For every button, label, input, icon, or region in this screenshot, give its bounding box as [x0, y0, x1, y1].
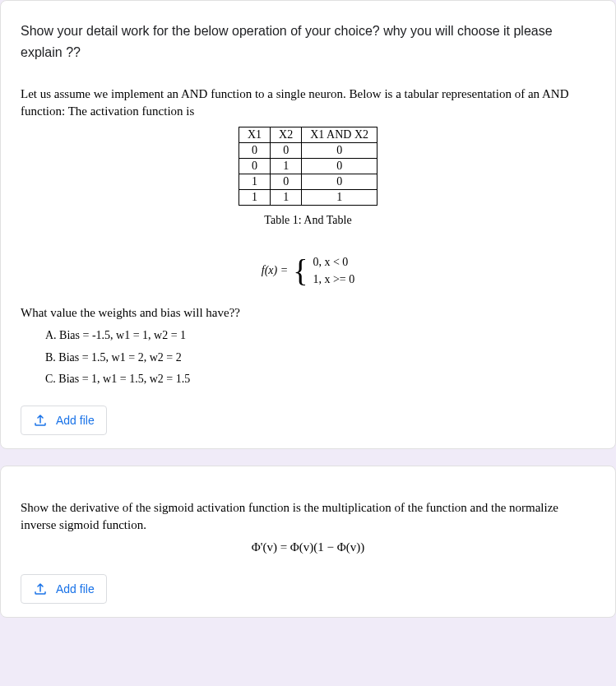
- cell: 0: [302, 174, 377, 190]
- add-file-label: Add file: [56, 414, 95, 427]
- table-caption: Table 1: And Table: [264, 214, 351, 227]
- cell: 0: [302, 143, 377, 159]
- case-line: 1, x >= 0: [313, 271, 354, 288]
- cell: 0: [239, 143, 270, 159]
- cell: 1: [302, 190, 377, 206]
- table-row: 1 1 1: [239, 190, 377, 206]
- col-header: X1: [239, 127, 270, 143]
- add-file-button[interactable]: Add file: [21, 406, 107, 435]
- option-b: B. Bias = 1.5, w1 = 2, w2 = 2: [45, 347, 595, 369]
- add-file-button[interactable]: Add file: [21, 574, 107, 604]
- table-header-row: X1 X2 X1 AND X2: [239, 127, 377, 143]
- truth-table-wrap: X1 X2 X1 AND X2 0 0 0 0 1 0 1 0 0: [21, 127, 595, 245]
- cell: 0: [271, 143, 302, 159]
- cell: 1: [239, 174, 270, 190]
- cell: 0: [271, 174, 302, 190]
- table-row: 0 0 0: [239, 143, 377, 159]
- option-a: A. Bias = -1.5, w1 = 1, w2 = 1: [45, 325, 595, 347]
- cell: 1: [271, 190, 302, 206]
- table-row: 0 1 0: [239, 159, 377, 174]
- cell: 1: [239, 190, 270, 206]
- question-title: Show your detail work for the below oper…: [21, 21, 595, 63]
- table-row: 1 0 0: [239, 174, 377, 190]
- sub-question: What value the weights and bias will hav…: [21, 306, 595, 320]
- truth-table: X1 X2 X1 AND X2 0 0 0 0 1 0 1 0 0: [239, 127, 377, 206]
- answer-options: A. Bias = -1.5, w1 = 1, w2 = 1 B. Bias =…: [45, 325, 595, 391]
- cell: 0: [239, 159, 270, 174]
- cell: 1: [271, 159, 302, 174]
- add-file-label: Add file: [56, 582, 95, 596]
- upload-icon: [33, 582, 48, 596]
- activation-equation: f(x) = { 0, x < 0 1, x >= 0: [21, 253, 595, 288]
- upload-icon: [33, 413, 48, 428]
- intro-text: Let us assume we implement an AND functi…: [21, 86, 595, 120]
- case-line: 0, x < 0: [313, 253, 354, 271]
- question-text: Show the derivative of the sigmoid activ…: [21, 499, 595, 534]
- brace-icon: {: [293, 258, 308, 283]
- cell: 0: [302, 159, 377, 174]
- derivative-equation: Φ'(v) = Φ(v)(1 − Φ(v)): [21, 540, 595, 554]
- problem-body: Let us assume we implement an AND functi…: [21, 86, 595, 391]
- question-card-2: Show the derivative of the sigmoid activ…: [0, 466, 616, 618]
- col-header: X2: [271, 127, 302, 143]
- question-card-1: Show your detail work for the below oper…: [0, 0, 616, 449]
- col-header: X1 AND X2: [302, 127, 377, 143]
- option-c: C. Bias = 1, w1 = 1.5, w2 = 1.5: [45, 368, 595, 391]
- eq-lhs: f(x) =: [262, 264, 288, 277]
